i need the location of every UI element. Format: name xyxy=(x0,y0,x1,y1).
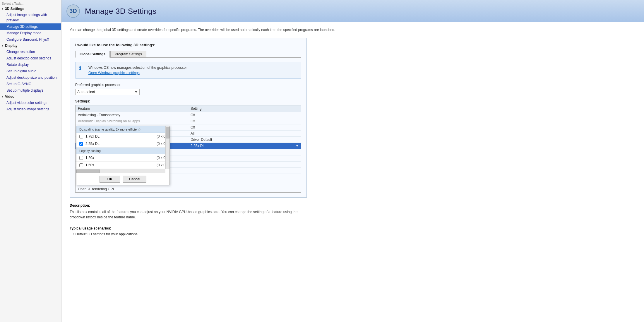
popup-label-1.20x: 1.20x xyxy=(85,156,154,160)
popup-item-1.20x[interactable]: 1.20x (0 x 0) xyxy=(76,154,169,162)
sidebar-item-adjust-desktop-color[interactable]: Adjust desktop color settings xyxy=(0,55,61,61)
sidebar-item-adjust-video-image[interactable]: Adjust video image settings xyxy=(0,106,61,112)
sidebar-section-3d-settings[interactable]: ▼ 3D Settings xyxy=(0,6,61,12)
checkbox-1.20x[interactable] xyxy=(79,156,83,160)
page-title: Manage 3D Settings xyxy=(85,7,157,16)
checkbox-1.78x-dl[interactable] xyxy=(79,135,83,138)
sidebar-section-video[interactable]: ▼ Video xyxy=(0,94,61,100)
feature-cell: OpenGL rendering GPU xyxy=(76,186,188,192)
setting-cell: Driver Default xyxy=(188,137,301,143)
setting-cell xyxy=(188,167,301,174)
content-area: You can change the global 3D settings an… xyxy=(61,22,644,322)
triangle-icon-video: ▼ xyxy=(1,95,4,98)
sidebar-item-adjust-desktop-size[interactable]: Adjust desktop size and position xyxy=(0,74,61,81)
typical-title: Typical usage scenarios: xyxy=(70,226,307,230)
setting-cell: Off xyxy=(188,112,301,118)
setting-cell: Off xyxy=(188,118,301,124)
checkbox-1.50x[interactable] xyxy=(79,163,83,167)
settings-table-label: Settings: xyxy=(75,99,301,103)
triangle-icon-display: ▼ xyxy=(1,44,4,47)
setting-cell: 2.25x DL ▼ xyxy=(188,143,301,149)
info-box: ℹ Windows OS now manages selection of th… xyxy=(75,62,301,79)
sidebar-item-change-resolution[interactable]: Change resolution xyxy=(0,49,61,55)
popup-horizontal-scrollbar[interactable] xyxy=(76,169,165,173)
sidebar-item-setup-gsync[interactable]: Set up G-SYNC xyxy=(0,81,61,87)
popup-vscroll-thumb xyxy=(166,127,169,138)
col-feature: Feature xyxy=(76,105,188,112)
sidebar-item-setup-digital-audio[interactable]: Set up digital audio xyxy=(0,68,61,74)
popup-value-1.78x: (0 x 0) xyxy=(157,134,167,138)
svg-text:3D: 3D xyxy=(69,8,77,14)
popup-cancel-button[interactable]: Cancel xyxy=(123,176,146,183)
description-title: Description: xyxy=(70,203,307,208)
popup-label-2.25x: 2.25x DL xyxy=(85,142,154,146)
dsr-factors-popup: DL scaling (same quality, 2x more effici… xyxy=(76,126,170,185)
popup-value-2.25x: (0 x 0) xyxy=(157,142,167,146)
sidebar: Select a Task.... ▼ 3D Settings Adjust i… xyxy=(0,0,61,322)
setting-cell: All xyxy=(188,131,301,137)
sidebar-section-label-3d: 3D Settings xyxy=(5,7,24,11)
setting-cell xyxy=(188,174,301,180)
typical-usage-section: Typical usage scenarios: Default 3D sett… xyxy=(70,226,307,236)
table-row[interactable]: OpenGL rendering GPU xyxy=(76,186,301,192)
setting-cell xyxy=(188,155,301,161)
description-text: This listbox contains all of the feature… xyxy=(70,209,307,220)
tab-program-settings[interactable]: Program Settings xyxy=(110,51,146,57)
setting-cell xyxy=(188,186,301,192)
sidebar-task-label: Select a Task.... xyxy=(0,1,61,6)
popup-item-2.25x[interactable]: 2.25x DL (0 x 0) xyxy=(76,140,169,148)
popup-ok-button[interactable]: OK xyxy=(100,176,120,183)
col-setting: Setting xyxy=(188,105,301,112)
setting-cell xyxy=(188,161,301,167)
info-message: Windows OS now manages selection of the … xyxy=(88,66,188,70)
feature-cell: Antialiasing - Transparency xyxy=(76,112,188,118)
setting-cell: Off xyxy=(188,124,301,131)
sidebar-item-manage-display[interactable]: Manage Display mode xyxy=(0,30,61,36)
sidebar-section-label-video: Video xyxy=(5,95,14,99)
settings-box-title: I would like to use the following 3D set… xyxy=(75,43,301,47)
sidebar-item-adjust-image[interactable]: Adjust image settings with preview xyxy=(0,12,61,23)
sidebar-item-rotate-display[interactable]: Rotate display xyxy=(0,61,61,68)
header: 3D Manage 3D Settings xyxy=(61,0,644,22)
main-content: 3D Manage 3D Settings You can change the… xyxy=(61,0,644,322)
settings-tabs: Global Settings Program Settings xyxy=(75,51,301,58)
sidebar-item-manage-3d[interactable]: Manage 3D settings xyxy=(0,23,61,30)
sidebar-section-label-display: Display xyxy=(5,44,18,48)
info-text: Windows OS now manages selection of the … xyxy=(88,65,188,76)
description-section: Description: This listbox contains all o… xyxy=(70,203,307,220)
sidebar-item-adjust-video-color[interactable]: Adjust video color settings xyxy=(0,100,61,106)
nvidia-logo-icon: 3D xyxy=(66,4,80,18)
popup-hscroll-thumb xyxy=(76,169,100,173)
popup-vertical-scrollbar[interactable] xyxy=(165,126,169,169)
dropdown-arrow-icon: ▼ xyxy=(296,144,299,148)
checkbox-2.25x-dl[interactable] xyxy=(79,142,83,146)
preferred-processor-select[interactable]: Auto-select High-performance NVIDIA proc… xyxy=(75,89,140,95)
popup-label-1.50x: 1.50x xyxy=(85,163,154,167)
sidebar-section-display[interactable]: ▼ Display xyxy=(0,43,61,49)
table-row[interactable]: Automatic Display Switching on all apps … xyxy=(76,118,301,124)
popup-buttons: OK Cancel xyxy=(76,173,169,185)
feature-cell: Automatic Display Switching on all apps xyxy=(76,118,188,124)
popup-item-1.50x[interactable]: 1.50x (0 x 0) xyxy=(76,162,169,169)
tab-global-settings[interactable]: Global Settings xyxy=(75,51,110,58)
popup-value-1.20x: (0 x 0) xyxy=(157,156,167,160)
popup-value-1.50x: (0 x 0) xyxy=(157,163,167,167)
popup-item-1.78x[interactable]: 1.78x DL (0 x 0) xyxy=(76,133,169,140)
preferred-label: Preferred graphics processor: xyxy=(75,83,301,87)
popup-label-1.78x: 1.78x DL xyxy=(85,134,154,138)
popup-legacy-header: Legacy scaling xyxy=(76,148,169,154)
table-row[interactable]: Antialiasing - Transparency Off xyxy=(76,112,301,118)
popup-dl-scaling-header: DL scaling (same quality, 2x more effici… xyxy=(76,126,169,133)
setting-cell xyxy=(188,149,301,155)
sidebar-item-setup-multiple[interactable]: Set up multiple displays xyxy=(0,87,61,94)
windows-graphics-settings-link[interactable]: Open Windows graphics settings xyxy=(88,71,140,75)
triangle-icon-3d: ▼ xyxy=(1,7,4,10)
main-description: You can change the global 3D settings an… xyxy=(70,27,636,32)
info-icon: ℹ xyxy=(79,65,85,71)
setting-cell xyxy=(188,180,301,186)
typical-item: Default 3D settings for your application… xyxy=(73,232,307,236)
sidebar-item-configure-surround[interactable]: Configure Surround, PhysX xyxy=(0,36,61,43)
